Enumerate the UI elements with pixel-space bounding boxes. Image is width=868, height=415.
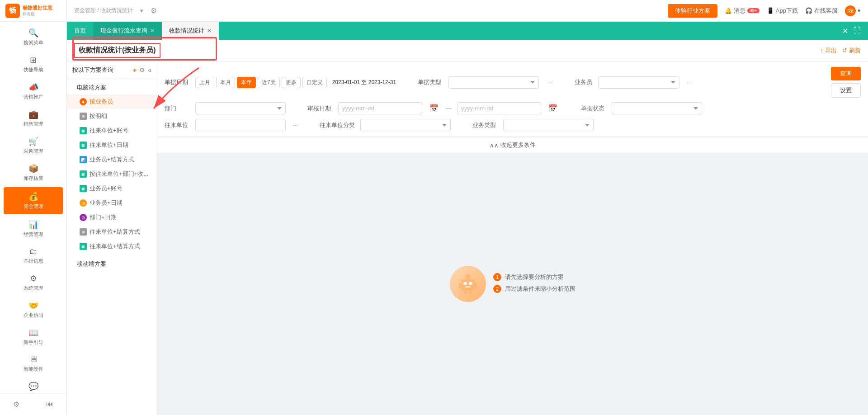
sidebar-item-base[interactable]: 🗂 基础信息: [0, 242, 66, 269]
counterpart-category-select[interactable]: [360, 119, 451, 131]
panel-actions: + ⚙ «: [133, 66, 151, 74]
salesman-select-wrapper: [598, 76, 679, 89]
user-avatar[interactable]: Rit ▾: [845, 5, 861, 16]
messages-button[interactable]: 🔔 消息 99+: [725, 7, 760, 15]
sidebar-nav: 🔍 搜索菜单 ⊞ 快捷导航 📣 营销推广 💼 销售管理 🛒 采购管理 📦: [0, 22, 66, 393]
chevron-down-icon: ▾: [858, 7, 861, 14]
close-window-icon[interactable]: ✕: [842, 27, 848, 35]
category-filter-label: 单据类型: [418, 78, 443, 86]
gear-topbar-icon[interactable]: ⚙: [151, 6, 157, 15]
more-category-icon[interactable]: ···: [548, 79, 553, 86]
collapse-sidebar-icon[interactable]: ⏮: [46, 400, 53, 409]
sidebar-item-corp[interactable]: 🤝 企业协同: [0, 296, 66, 323]
sidebar-item-search[interactable]: 🔍 搜索菜单: [0, 24, 66, 51]
scheme-item-counterpart-account[interactable]: ▦ 往来单位+账号: [67, 123, 157, 138]
biz-type-select[interactable]: [503, 119, 594, 131]
sidebar-item-purchase[interactable]: 🛒 采购管理: [0, 132, 66, 159]
tab-close-cashflow[interactable]: ✕: [150, 28, 155, 34]
scheme-icon-table5: ▦: [80, 243, 87, 250]
scheme-item-counterpart-settlement2[interactable]: ▦ 往来单位+结算方式: [67, 239, 157, 254]
export-button[interactable]: ↑ 导出: [821, 47, 837, 55]
date-btn-7days[interactable]: 近7天: [258, 77, 280, 88]
scheme-item-salesman-settlement[interactable]: 📊 业务员+结算方式: [67, 152, 157, 167]
dropdown-arrow-icon[interactable]: ▾: [140, 7, 143, 14]
tab-cashflow[interactable]: 现金银行流水查询 ✕: [93, 22, 162, 40]
scheme-item-salesman-account[interactable]: ▦ 业务员+账号: [67, 181, 157, 196]
cart-icon: 🛒: [28, 137, 38, 146]
scheme-item-counterpart-settlement1[interactable]: ⊞ 往来单位+结算方式: [67, 225, 157, 239]
filter-area: 单据日期 上月 本月 本年 近7天 更多 自定义 2023-01-01 至 20…: [157, 61, 868, 137]
date-btn-this-month[interactable]: 本月: [216, 77, 235, 88]
sidebar-item-finance[interactable]: 💰 资金管理: [4, 187, 63, 214]
mobile-scheme-title[interactable]: 移动端方案: [67, 257, 157, 271]
more-counterpart-icon[interactable]: ···: [293, 122, 298, 128]
date-range-display: 2023-01-01 至 2023-12-31: [332, 79, 396, 86]
trial-button[interactable]: 体验行业方案: [668, 4, 717, 18]
desktop-scheme-group: 电脑端方案 ● 按业务员 ⊞ 按明细 ▦ 往来单位+账号: [67, 79, 157, 255]
category-select[interactable]: [448, 76, 539, 89]
collapse-more-button[interactable]: ∧∧ 收起更多条件: [490, 141, 536, 149]
tab-close-collection[interactable]: ✕: [207, 28, 212, 34]
svg-rect-9: [467, 274, 468, 277]
scheme-item-salesman-date[interactable]: ⊙ 业务员+日期: [67, 196, 157, 210]
sidebar-item-ops[interactable]: 📊 经营管理: [0, 215, 66, 242]
add-scheme-button[interactable]: +: [133, 66, 137, 74]
online-service-button[interactable]: 🎧 在线客服: [805, 7, 838, 15]
doc-status-label: 单据状态: [581, 104, 606, 113]
scheme-settings-icon[interactable]: ⚙: [139, 66, 145, 74]
empty-tip-1: 1 请先选择要分析的方案: [493, 273, 576, 281]
scheme-item-dept-date[interactable]: ⊙ 部门+日期: [67, 210, 157, 225]
query-button[interactable]: 查询: [831, 67, 861, 80]
biz-type-label: 业务类型: [472, 121, 498, 129]
tab-home[interactable]: 首页: [67, 22, 93, 40]
chart-icon: 📊: [28, 220, 38, 230]
doc-status-select[interactable]: [612, 102, 702, 114]
dept-select[interactable]: [195, 102, 286, 114]
refresh-button[interactable]: ↺ 刷新: [842, 47, 861, 55]
salesman-select[interactable]: [598, 76, 679, 89]
sidebar-item-guide[interactable]: 📖 新手引导: [0, 323, 66, 350]
book-icon: 📖: [28, 328, 38, 338]
date-btn-custom[interactable]: 自定义: [302, 77, 327, 88]
topbar: 资金管理 / 收款情况统计 ▾ ⚙ 体验行业方案 🔔 消息 99+ 📱 App下…: [67, 0, 868, 22]
scheme-item-by-salesman[interactable]: ● 按业务员: [67, 94, 157, 109]
app-download-button[interactable]: 📱 App下载: [767, 7, 798, 15]
bell-icon: 🔔: [725, 7, 732, 14]
svg-rect-4: [459, 283, 461, 288]
settings-bottom-icon[interactable]: ⚙: [13, 400, 19, 409]
more-salesman-icon[interactable]: ···: [687, 79, 692, 86]
robot-illustration: [450, 266, 486, 302]
scheme-item-counterpart-date[interactable]: ▦ 往来单位+日期: [67, 138, 157, 152]
calendar-end-icon[interactable]: 📅: [548, 104, 557, 113]
app-logo: 畅 畅捷通好生意 标准版: [0, 0, 66, 22]
settings-button[interactable]: 设置: [831, 83, 861, 98]
sidebar-item-marketing[interactable]: 📣 营销推广: [0, 78, 66, 105]
scheme-item-counterpart-dept[interactable]: ▦ 按往来单位+部门+收...: [67, 167, 157, 181]
review-date-end[interactable]: [457, 102, 541, 114]
headset-icon: 🎧: [805, 7, 812, 14]
date-btn-this-year[interactable]: 本年: [237, 77, 256, 88]
box-icon: 📦: [28, 164, 38, 174]
salesman-filter-label: 业务员: [575, 78, 593, 86]
desktop-scheme-title[interactable]: 电脑端方案: [67, 81, 157, 94]
collapse-panel-button[interactable]: «: [148, 66, 151, 74]
sidebar-item-hardware[interactable]: 🖥 智能硬件: [0, 350, 66, 377]
search-icon: 🔍: [28, 28, 38, 38]
content-body: 按以下方案查询 + ⚙ « 电脑端方案 ●: [67, 61, 868, 415]
counterpart-input[interactable]: [195, 119, 286, 131]
scheme-item-detail[interactable]: ⊞ 按明细: [67, 109, 157, 123]
empty-tips: 1 请先选择要分析的方案 2 用过滤条件来缩小分析范围: [493, 266, 576, 293]
sidebar-item-quick-nav[interactable]: ⊞ 快捷导航: [0, 51, 66, 78]
sidebar-item-system[interactable]: ⚙ 系统管理: [0, 269, 66, 296]
date-btn-last-month[interactable]: 上月: [195, 77, 214, 88]
sidebar-item-sales[interactable]: 💼 销售管理: [0, 105, 66, 132]
date-btn-more[interactable]: 更多: [282, 77, 301, 88]
sidebar-item-inventory[interactable]: 📦 库存核算: [0, 159, 66, 186]
doc-status-select-wrapper: [612, 102, 861, 114]
scheme-icon-circle2: ⊙: [80, 199, 87, 207]
calendar-start-icon[interactable]: 📅: [429, 104, 439, 113]
sidebar-item-wechat[interactable]: 💬 企业微信: [0, 377, 66, 393]
review-date-start[interactable]: [338, 102, 422, 114]
maximize-window-icon[interactable]: ⛶: [854, 27, 861, 35]
tab-collection-stats[interactable]: 收款情况统计 ✕: [162, 22, 219, 40]
